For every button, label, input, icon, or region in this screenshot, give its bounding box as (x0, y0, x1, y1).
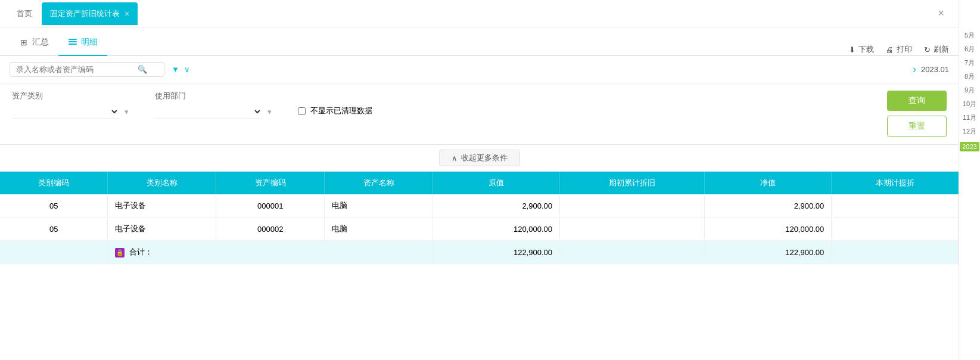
tab-detail-label: 明细 (81, 37, 98, 48)
more-conditions-button[interactable]: ▼ ∨ (172, 65, 190, 74)
total-initial-depreciation (560, 241, 705, 264)
search-input-wrap: 🔍 (10, 62, 164, 77)
tab-summary-label: 汇总 (32, 37, 49, 48)
search-icon[interactable]: 🔍 (138, 65, 147, 74)
nav-bar: 首页 固定资产折旧统计表 × × (0, 0, 959, 27)
col-initial-depreciation: 期初累计折旧 (560, 172, 705, 194)
close-tab-button[interactable]: × (125, 9, 129, 18)
asset-category-label: 资产类别 (12, 91, 131, 101)
sidebar-arrow-button[interactable]: › (913, 63, 916, 76)
asset-category-field: 资产类别 (12, 91, 131, 119)
total-current-depreciation (832, 241, 959, 264)
department-field: 使用部门 (155, 91, 274, 119)
refresh-icon: ↻ (924, 45, 931, 54)
cell-original-value: 120,000.00 (433, 218, 560, 241)
total-icon: 🔒 (115, 248, 125, 257)
svg-rect-0 (69, 39, 77, 40)
filter-area: 资产类别 使用部门 不显示已清理数据 (0, 83, 959, 145)
table-row: 05 电子设备 000001 电脑 2,900.00 2,900.00 (0, 194, 959, 218)
filter-row: 资产类别 使用部门 不显示已清理数据 (12, 91, 863, 119)
cell-category-code: 05 (0, 194, 108, 218)
sidebar-year: 2023 (960, 142, 979, 151)
data-table: 类别编码 类别名称 资产编码 资产名称 原值 期初累计折旧 净值 本期计提折 0… (0, 172, 959, 264)
cell-initial-depreciation (560, 218, 705, 241)
collapse-label: 收起更多条件 (461, 153, 508, 163)
sidebar-month[interactable]: 6月 (959, 42, 980, 56)
tab-detail[interactable]: 明细 (58, 30, 107, 56)
summary-icon: ⊞ (19, 38, 29, 47)
table-wrap: 类别编码 类别名称 资产编码 资产名称 原值 期初累计折旧 净值 本期计提折 0… (0, 172, 959, 360)
collapse-button[interactable]: ∧ 收起更多条件 (439, 150, 520, 166)
window-close-button[interactable]: × (933, 5, 949, 22)
reset-button[interactable]: 重置 (887, 116, 947, 137)
cell-asset-code: 000001 (216, 194, 325, 218)
department-select[interactable] (155, 104, 262, 119)
department-label: 使用部门 (155, 91, 274, 101)
cell-category-code: 05 (0, 218, 108, 241)
right-sidebar: 5月6月7月8月9月10月11月12月 2023 (959, 0, 980, 360)
cell-asset-code: 000002 (216, 218, 325, 241)
print-button[interactable]: 🖨 打印 (886, 44, 912, 55)
exclude-cleared-row: 不显示已清理数据 (298, 105, 372, 116)
filter-icon: ▼ (172, 65, 179, 74)
active-tab-label: 固定资产折旧统计表 (50, 8, 120, 19)
cell-category-name: 电子设备 (108, 218, 216, 241)
col-category-code: 类别编码 (0, 172, 108, 194)
col-current-depreciation: 本期计提折 (832, 172, 959, 194)
refresh-button[interactable]: ↻ 刷新 (924, 44, 949, 55)
col-asset-code: 资产编码 (216, 172, 325, 194)
total-label: 🔒 合计： (108, 241, 433, 264)
chevron-up-icon: ∧ (452, 154, 458, 163)
active-tab[interactable]: 固定资产折旧统计表 × (42, 2, 138, 25)
download-button[interactable]: ⬇ 下载 (849, 44, 874, 55)
svg-rect-1 (69, 41, 77, 42)
print-icon: 🖨 (886, 45, 894, 54)
detail-icon (68, 38, 77, 47)
table-row: 05 电子设备 000002 电脑 120,000.00 120,000.00 (0, 218, 959, 241)
query-button[interactable]: 查询 (887, 91, 947, 111)
asset-category-select[interactable] (12, 104, 119, 119)
department-select-wrapper (155, 104, 274, 119)
refresh-label: 刷新 (934, 44, 949, 55)
sidebar-month[interactable]: 11月 (959, 111, 980, 125)
sidebar-month[interactable]: 7月 (959, 56, 980, 70)
toolbar-tabs: ⊞ 汇总 明细 ⬇ 下载 🖨 打印 ↻ (0, 27, 959, 56)
svg-rect-2 (69, 44, 77, 45)
filter-actions: 查询 重置 (887, 91, 947, 137)
nav-home[interactable]: 首页 (10, 6, 39, 21)
search-input[interactable] (16, 65, 135, 74)
date-display: 2023.01 (921, 65, 949, 74)
cell-original-value: 2,900.00 (433, 194, 560, 218)
asset-category-select-wrapper (12, 104, 131, 119)
total-original-value: 122,900.00 (433, 241, 560, 264)
col-category-name: 类别名称 (108, 172, 216, 194)
sidebar-month[interactable]: 12月 (959, 125, 980, 138)
tab-summary[interactable]: ⊞ 汇总 (10, 30, 58, 56)
sidebar-month[interactable]: 5月 (959, 29, 980, 42)
cell-current-depreciation (832, 218, 959, 241)
sidebar-month[interactable]: 10月 (959, 97, 980, 111)
chevron-down-icon: ∨ (184, 65, 190, 74)
print-label: 打印 (897, 44, 912, 55)
exclude-cleared-checkbox[interactable] (298, 107, 306, 115)
exclude-cleared-label: 不显示已清理数据 (310, 105, 372, 116)
search-bar: 🔍 ▼ ∨ › 2023.01 (0, 56, 959, 83)
cell-asset-name: 电脑 (325, 218, 433, 241)
sidebar-month[interactable]: 9月 (959, 83, 980, 97)
total-label-cell (0, 241, 108, 264)
table-header-row: 类别编码 类别名称 资产编码 资产名称 原值 期初累计折旧 净值 本期计提折 (0, 172, 959, 194)
total-row: 🔒 合计： 122,900.00 122,900.00 (0, 241, 959, 264)
col-asset-name: 资产名称 (325, 172, 433, 194)
sidebar-month[interactable]: 8月 (959, 70, 980, 83)
col-net-value: 净值 (705, 172, 832, 194)
cell-category-name: 电子设备 (108, 194, 216, 218)
collapse-bar: ∧ 收起更多条件 (0, 145, 959, 172)
col-original-value: 原值 (433, 172, 560, 194)
total-net-value: 122,900.00 (705, 241, 832, 264)
cell-net-value: 120,000.00 (705, 218, 832, 241)
cell-asset-name: 电脑 (325, 194, 433, 218)
cell-current-depreciation (832, 194, 959, 218)
toolbar-actions: ⬇ 下载 🖨 打印 ↻ 刷新 (849, 44, 949, 55)
cell-net-value: 2,900.00 (705, 194, 832, 218)
download-icon: ⬇ (849, 45, 855, 54)
